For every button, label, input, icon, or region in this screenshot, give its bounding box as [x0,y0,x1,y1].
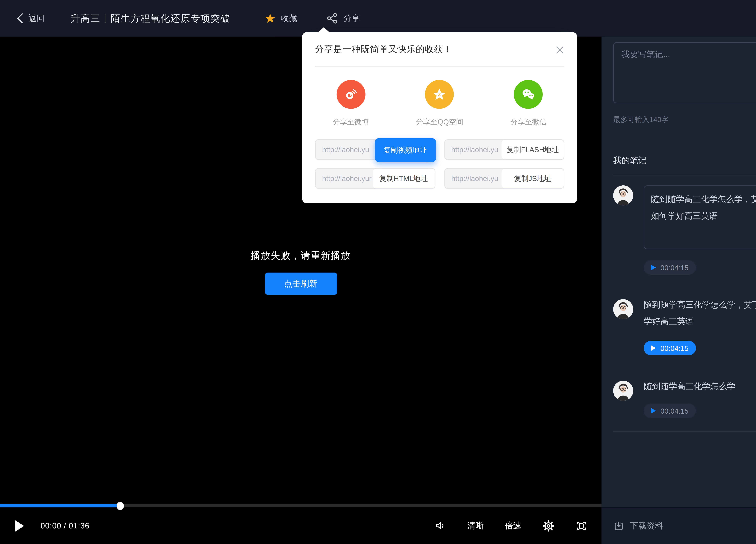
top-bar: 返回 升高三丨陌生方程氧化还原专项突破 收藏 分享 [0,0,756,37]
flash-url-field[interactable]: http://laohei.yu 复制FLASH地址 [444,139,564,160]
url-text: http://laohei.yu [451,174,498,183]
settings-gear-icon [543,520,554,531]
play-icon [651,408,656,414]
divider [613,431,756,432]
favorite-button[interactable]: 收藏 [265,13,297,24]
char-limit-hint: 最多可输入140字 [613,115,669,125]
note-item-editing: 随到随学高三化学怎么学，艾丁老师告诉你如何学好高三英语 00:04:15 取消 … [613,186,756,275]
volume-icon [435,520,446,531]
share-to-wechat[interactable]: 分享至微信 [510,80,547,127]
share-url-grid: http://laohei.yu 复制视频地址 http://laohei.yu… [315,139,564,189]
url-text: http://laohei.yur [322,174,372,183]
back-label: 返回 [28,13,45,24]
note-timestamp: 00:04:15 [660,264,689,272]
qzone-icon: Z [425,80,454,109]
note-body: 随到随学高三化学怎么学，艾丁老师告诉你如何学好高三英语 00:04:15 编辑 … [644,299,756,355]
notes-panel: 最多可输入140字 我要提交 我的笔记 [601,37,756,544]
note-avatar [613,186,633,205]
wechat-icon [514,80,543,109]
modal-arrow [318,27,330,33]
play-icon [15,520,24,531]
note-footer: 00:04:15 [644,404,756,418]
refresh-button[interactable]: 点击刷新 [265,272,337,295]
play-icon [651,265,656,271]
note-footer: 00:04:15 编辑 删除 [644,341,756,355]
note-timestamp-chip[interactable]: 00:04:15 [644,341,696,355]
note-item: 随到随学高三化学怎么学 00:04:15 [613,381,756,418]
player-controls: 00:00 / 01:36 清晰 倍速 [0,507,601,544]
share-target-label: 分享至微博 [333,117,369,127]
copy-video-url-button[interactable]: 复制视频地址 [375,138,436,162]
share-label: 分享 [343,13,360,24]
my-notes-title: 我的笔记 [613,156,756,166]
progress-fill [0,504,120,507]
note-input[interactable] [613,42,756,103]
close-button[interactable] [555,45,564,54]
time-display: 00:00 / 01:36 [41,521,90,530]
share-target-label: 分享至微信 [510,117,547,127]
note-body: 随到随学高三化学怎么学 00:04:15 [644,381,756,418]
note-timestamp: 00:04:15 [660,344,689,352]
video-url-field[interactable]: http://laohei.yu 复制视频地址 [315,139,435,160]
note-timestamp: 00:04:15 [660,407,689,415]
copy-flash-url-button[interactable]: 复制FLASH地址 [502,140,564,160]
note-timestamp-chip[interactable]: 00:04:15 [644,404,696,418]
playback-error-text: 播放失败，请重新播放 [0,249,601,262]
note-avatar-image [613,299,633,319]
copy-js-url-button[interactable]: 复制JS地址 [502,169,564,188]
share-modal: 分享是一种既简单又快乐的收获！ [302,32,577,203]
share-button[interactable]: 分享 [326,12,360,24]
fullscreen-button[interactable] [575,520,587,531]
quality-button[interactable]: 清晰 [467,520,484,531]
note-avatar [613,381,633,401]
star-icon [265,13,275,24]
note-body: 随到随学高三化学怎么学，艾丁老师告诉你如何学好高三英语 00:04:15 取消 … [644,186,756,275]
note-avatar [613,299,633,319]
divider [613,175,756,176]
html-url-field[interactable]: http://laohei.yur 复制HTML地址 [315,168,435,189]
svg-text:Z: Z [438,92,441,97]
url-text: http://laohei.yu [451,145,498,154]
back-chevron-icon [17,13,23,24]
player-controls-right: 清晰 倍速 [435,520,587,531]
note-input-footer: 最多可输入140字 我要提交 [613,110,756,130]
share-target-label: 分享至QQ空间 [416,117,463,127]
share-to-weibo[interactable]: 分享至微博 [333,80,369,127]
share-targets: 分享至微博 Z 分享至QQ空间 [315,80,564,127]
note-avatar-image [613,381,633,401]
back-button[interactable]: 返回 [17,13,45,24]
player-control-bar: 00:00 / 01:36 清晰 倍速 [0,504,601,544]
note-footer: 00:04:15 取消 保存 [644,261,756,275]
note-avatar-image [613,186,633,205]
progress-bar[interactable] [0,504,601,507]
share-nodes-icon [326,12,338,24]
play-button[interactable] [15,520,24,531]
note-item: 随到随学高三化学怎么学，艾丁老师告诉你如何学好高三英语 00:04:15 编辑 … [613,299,756,355]
url-text: http://laohei.yu [322,145,369,154]
app-window: 返回 升高三丨陌生方程氧化还原专项突破 收藏 分享 [0,0,756,544]
close-icon [555,45,564,54]
playback-error-block: 播放失败，请重新播放 点击刷新 [0,249,601,295]
panel-footer-bar: 下载资料 已学完 [601,507,756,544]
page-title: 升高三丨陌生方程氧化还原专项突破 [71,12,231,25]
note-text: 随到随学高三化学怎么学 [644,378,756,395]
note-timestamp-chip[interactable]: 00:04:15 [644,261,696,275]
download-label: 下载资料 [630,521,663,531]
play-icon [651,345,656,351]
note-text: 随到随学高三化学怎么学，艾丁老师告诉你如何学好高三英语 [644,296,756,330]
speed-button[interactable]: 倍速 [505,520,521,531]
volume-button[interactable] [435,520,446,531]
share-to-qzone[interactable]: Z 分享至QQ空间 [416,80,463,127]
divider [315,66,564,67]
share-modal-header: 分享是一种既简单又快乐的收获！ [315,32,564,55]
js-url-field[interactable]: http://laohei.yu 复制JS地址 [444,168,564,189]
fullscreen-icon [575,520,587,531]
download-materials-button[interactable]: 下载资料 [613,520,663,531]
note-edit-box[interactable]: 随到随学高三化学怎么学，艾丁老师告诉你如何学好高三英语 [644,186,756,249]
favorite-label: 收藏 [280,13,297,24]
settings-button[interactable] [543,520,554,531]
share-modal-title: 分享是一种既简单又快乐的收获！ [315,44,452,55]
copy-html-url-button[interactable]: 复制HTML地址 [372,169,435,188]
download-icon [613,520,624,531]
weibo-icon [336,80,365,109]
